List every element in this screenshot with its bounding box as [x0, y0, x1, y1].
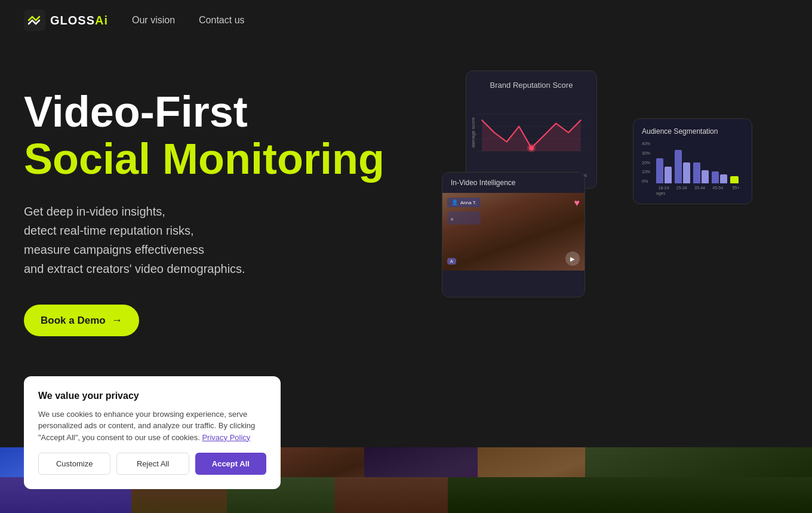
- vg-row2-item-4: [334, 477, 448, 513]
- bar-group-55plus: [730, 176, 739, 183]
- person-badge-1: A: [447, 258, 456, 265]
- brand-reputation-chart: damage score days: [476, 97, 587, 168]
- person-overlay: A: [447, 258, 456, 265]
- cookie-buttons: Customize Reject All Accept All: [38, 453, 266, 475]
- audience-x-labels: 18-24 25-34 35-44 45-54 55+: [656, 186, 743, 190]
- vg-row2-item-5: [448, 477, 812, 513]
- bar-group-45-54: [712, 171, 727, 183]
- line-chart-svg: [476, 97, 587, 168]
- play-button[interactable]: ▶: [565, 251, 580, 266]
- brand-reputation-card: Brand Reputation Score damage score: [466, 70, 597, 189]
- bar-25-34-a: [675, 150, 682, 183]
- audience-segmentation-card: Audience Segmentation 40% 30% 20% 10% 0%: [633, 118, 752, 204]
- hero-description: Get deep in-video insights, detect real-…: [24, 202, 394, 278]
- in-video-card: In-Video Intelligence ♥ 👤 Anna T. ≡: [442, 172, 585, 297]
- video-tag-2: ≡: [447, 211, 481, 225]
- cookie-title: We value your privacy: [38, 391, 266, 401]
- video-overlay-tags: 👤 Anna T. ≡: [447, 198, 481, 225]
- svg-point-7: [527, 144, 536, 152]
- navbar: GLOSSAi Our vision Contact us: [0, 0, 812, 41]
- bar-45-54-b: [720, 174, 727, 183]
- hero-title-line2: Social Monitoring: [24, 136, 394, 183]
- cookie-banner: We value your privacy We use cookies to …: [24, 376, 281, 490]
- nav-our-vision[interactable]: Our vision: [132, 15, 175, 26]
- bar-18-24-a: [656, 158, 663, 183]
- video-bg: ♥ 👤 Anna T. ≡ A: [442, 193, 585, 271]
- audience-segmentation-title: Audience Segmentation: [642, 127, 743, 136]
- bar-35-44-a: [693, 162, 700, 183]
- hero-title-line1: Video-First: [24, 88, 394, 136]
- bar-35-44-b: [702, 170, 709, 183]
- aud-y-labels: 40% 30% 20% 10% 0%: [642, 142, 650, 183]
- hero-content: Video-First Social Monitoring Get deep i…: [24, 76, 394, 336]
- logo-icon: [24, 10, 45, 31]
- nav-contact-us[interactable]: Contact us: [199, 15, 244, 26]
- hero-section: Video-First Social Monitoring Get deep i…: [0, 41, 812, 360]
- heart-icon: ♥: [574, 198, 580, 208]
- bar-55plus-a: [730, 176, 739, 183]
- in-video-title: In-Video Intelligence: [442, 173, 585, 193]
- cookie-text: We use cookies to enhance your browsing …: [38, 408, 266, 444]
- brand-reputation-title: Brand Reputation Score: [476, 81, 587, 90]
- dashboard-cards: Brand Reputation Score damage score: [442, 70, 752, 297]
- privacy-policy-link[interactable]: Privacy Policy: [202, 433, 250, 442]
- accept-all-button[interactable]: Accept All: [195, 453, 266, 475]
- bar-45-54-a: [712, 171, 719, 183]
- bar-group-25-34: [675, 150, 690, 183]
- bar-group-18-24: [656, 158, 672, 183]
- bar-18-24-b: [665, 167, 672, 183]
- bar-group-35-44: [693, 162, 709, 183]
- bar-25-34-b: [683, 162, 690, 183]
- y-axis-label: damage score: [470, 118, 476, 148]
- audience-bars: [656, 142, 743, 183]
- reject-all-button[interactable]: Reject All: [116, 453, 189, 475]
- video-tag-1: 👤 Anna T.: [447, 198, 481, 207]
- book-demo-button[interactable]: Book a Demo →: [24, 305, 139, 336]
- logo[interactable]: GLOSSAi: [24, 10, 108, 31]
- audience-chart: 40% 30% 20% 10% 0%: [642, 142, 743, 195]
- logo-label: GLOSSAi: [50, 14, 108, 27]
- svg-rect-0: [24, 10, 45, 31]
- video-thumbnail: ♥ 👤 Anna T. ≡ A: [442, 193, 585, 271]
- arrow-right-icon: →: [112, 314, 122, 327]
- customize-button[interactable]: Customize: [38, 453, 110, 475]
- ages-label: ages: [656, 191, 743, 195]
